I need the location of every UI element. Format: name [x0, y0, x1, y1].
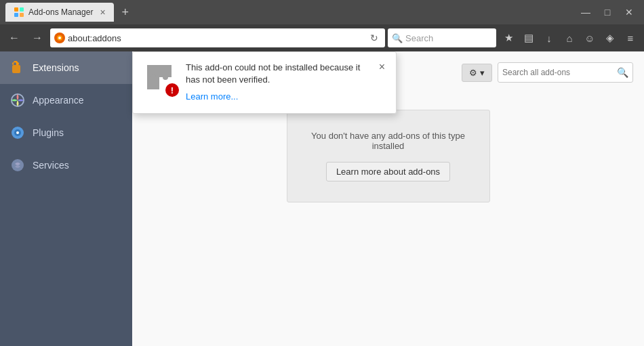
warning-badge: ! — [165, 83, 179, 97]
extensions-label: Extensions — [33, 62, 79, 73]
plugins-svg-icon — [9, 125, 26, 141]
notification-body: This add-on could not be installed becau… — [186, 62, 368, 102]
sidebar-item-services[interactable]: Services — [0, 149, 132, 181]
main-container: Extensions Appearance — [0, 51, 644, 346]
search-addons-bar[interactable]: 🔍 — [498, 62, 633, 83]
notification-message: This add-on could not be installed becau… — [186, 62, 368, 86]
sidebar-item-appearance[interactable]: Appearance — [0, 84, 132, 116]
back-button[interactable]: ← — [4, 28, 24, 48]
nav-right-icons: ★ ▤ ↓ ⌂ ☺ ◈ ≡ — [499, 28, 640, 47]
appearance-icon — [9, 92, 26, 108]
empty-state-panel: You don't have any add-ons of this type … — [287, 110, 490, 202]
services-label: Services — [33, 160, 69, 171]
url-bar[interactable]: about:addons ↻ — [50, 28, 385, 47]
plugins-label: Plugins — [33, 127, 64, 138]
nav-search-text: Search — [405, 33, 433, 43]
emoji-button[interactable]: ☺ — [580, 28, 599, 47]
nav-bar: ← → about:addons ↻ 🔍 Search ★ ▤ ↓ ⌂ ☺ ◈ … — [0, 24, 644, 51]
menu-button[interactable]: ≡ — [621, 28, 640, 47]
plugins-icon — [9, 125, 26, 141]
svg-point-11 — [16, 131, 19, 134]
maximize-button[interactable]: □ — [598, 3, 617, 22]
pocket-button[interactable]: ◈ — [601, 28, 620, 47]
sidebar-item-plugins[interactable]: Plugins — [0, 116, 132, 149]
extensions-icon — [9, 60, 26, 76]
nav-search-bar[interactable]: 🔍 Search — [388, 28, 496, 47]
notification-icon-container: ! — [144, 62, 178, 95]
title-bar: Add-ons Manager × + — □ ✕ — [0, 0, 644, 24]
empty-state-message: You don't have any add-ons of this type … — [301, 131, 476, 151]
sidebar: Extensions Appearance — [0, 51, 132, 346]
appearance-label: Appearance — [33, 95, 84, 106]
notification-popup: ! This add-on could not be installed bec… — [132, 51, 397, 114]
bookmark-button[interactable]: ★ — [499, 28, 518, 47]
sidebar-item-extensions[interactable]: Extensions — [0, 51, 132, 84]
new-tab-button[interactable]: + — [122, 5, 129, 20]
firefox-icon — [54, 33, 65, 43]
svg-rect-2 — [14, 13, 18, 17]
search-addons-input[interactable] — [502, 68, 614, 77]
puzzle-icon — [9, 60, 26, 76]
tab-title: Add-ons Manager — [28, 7, 93, 17]
svg-rect-3 — [20, 13, 24, 17]
learn-more-addons-button[interactable]: Learn more about add-ons — [326, 162, 450, 181]
svg-point-6 — [58, 37, 61, 39]
svg-rect-0 — [14, 7, 18, 12]
gear-button[interactable]: ⚙ ▾ — [462, 64, 492, 82]
forward-button[interactable]: → — [27, 28, 47, 48]
refresh-button[interactable]: ↻ — [367, 33, 381, 43]
notification-learn-more-link[interactable]: Learn more... — [186, 91, 238, 102]
addon-tab-icon — [14, 7, 24, 18]
close-window-button[interactable]: ✕ — [620, 3, 639, 22]
window-controls: — □ ✕ — [576, 3, 639, 22]
services-icon — [9, 157, 26, 173]
minimize-button[interactable]: — — [576, 3, 595, 22]
title-bar-left: Add-ons Manager × + — [5, 3, 129, 22]
svg-rect-1 — [20, 7, 24, 12]
add-ons-tab[interactable]: Add-ons Manager × — [5, 3, 114, 22]
home-button[interactable]: ⌂ — [560, 28, 579, 47]
nav-search-icon: 🔍 — [392, 33, 403, 43]
url-text: about:addons — [68, 33, 365, 43]
notification-close-button[interactable]: × — [379, 62, 385, 72]
search-addons-button[interactable]: 🔍 — [617, 67, 628, 78]
firefox-logo-icon — [55, 33, 64, 43]
content-area: ⚙ ▾ 🔍 You don't have any add-ons of this… — [132, 51, 644, 346]
services-svg-icon — [9, 157, 26, 173]
download-button[interactable]: ↓ — [540, 28, 559, 47]
svg-rect-7 — [12, 65, 20, 73]
appearance-svg-icon — [9, 92, 26, 108]
notification-header: ! This add-on could not be installed bec… — [144, 62, 385, 102]
tab-close-button[interactable]: × — [100, 7, 105, 18]
library-button[interactable]: ▤ — [519, 28, 538, 47]
